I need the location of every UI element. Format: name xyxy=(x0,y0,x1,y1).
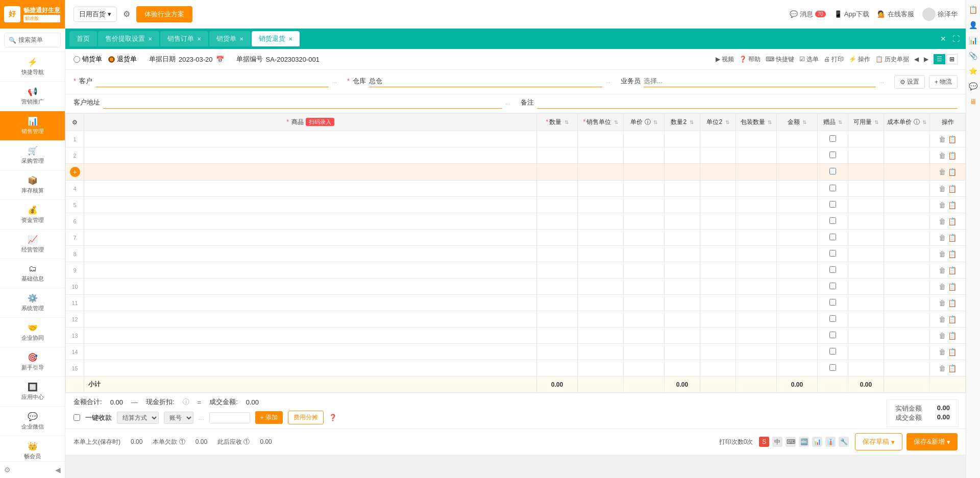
radio-return-input[interactable] xyxy=(108,56,115,63)
help-btn[interactable]: ❓ 帮助 xyxy=(739,55,761,64)
sidebar-item-marketing[interactable]: 📢 营销推广 xyxy=(0,82,65,111)
tab-sales-order[interactable]: 销售订单 ✕ xyxy=(160,31,208,46)
sidebar-item-member[interactable]: 👑 畅会员 xyxy=(0,436,65,461)
gift-cell[interactable] xyxy=(818,328,848,344)
gift-checkbox[interactable] xyxy=(829,217,836,224)
gift-checkbox[interactable] xyxy=(829,332,836,338)
gift-cell[interactable] xyxy=(818,344,848,360)
delete-row-btn[interactable]: 🗑 xyxy=(939,283,946,291)
s-icon-1[interactable]: S xyxy=(759,437,769,447)
s-icon-2[interactable]: 中 xyxy=(772,437,782,447)
sidebar-item-quick-nav[interactable]: ⚡ 快捷导航 xyxy=(0,52,65,82)
delete-row-btn[interactable]: 🗑 xyxy=(939,185,946,193)
qty2-sort-icon[interactable]: ⇅ xyxy=(690,119,694,125)
gift-checkbox[interactable] xyxy=(829,283,836,289)
fullscreen-icon[interactable]: ⛶ xyxy=(950,34,962,44)
right-sidebar-btn-3[interactable]: 📊 xyxy=(968,35,979,46)
product-cell[interactable] xyxy=(84,279,537,295)
gift-cell[interactable] xyxy=(818,213,848,230)
product-cell[interactable] xyxy=(84,213,537,230)
select-order-btn[interactable]: ☑ 选单 xyxy=(799,55,819,64)
gift-cell[interactable] xyxy=(818,147,848,164)
customer-address-lookup-btn[interactable]: ... xyxy=(505,99,510,106)
delete-row-btn[interactable]: 🗑 xyxy=(939,348,946,356)
product-cell[interactable] xyxy=(84,328,537,344)
gift-cell[interactable] xyxy=(818,360,848,376)
copy-row-btn[interactable]: 📋 xyxy=(948,168,957,176)
history-btn[interactable]: 📋 历史单据 xyxy=(875,55,909,64)
customer-address-input[interactable] xyxy=(103,96,502,109)
s-icon-5[interactable]: 📊 xyxy=(812,437,822,447)
sidebar-item-sales[interactable]: 📊 销售管理 xyxy=(0,111,65,141)
delete-row-btn[interactable]: 🗑 xyxy=(939,315,946,323)
product-cell[interactable] xyxy=(84,262,537,279)
print-btn[interactable]: 🖨 打印 xyxy=(824,55,844,64)
trial-button[interactable]: 体验行业方案 xyxy=(136,6,192,22)
account-select[interactable]: 账号 xyxy=(164,412,193,424)
payment-help-icon[interactable]: ❓ xyxy=(329,414,337,421)
salesperson-lookup-btn[interactable]: ... xyxy=(879,78,884,85)
product-cell[interactable] xyxy=(84,147,537,164)
sidebar-item-operations[interactable]: 📈 经营管理 xyxy=(0,230,65,259)
search-menu-button[interactable]: 🔍 搜索菜单 xyxy=(4,33,61,47)
delete-row-btn[interactable]: 🗑 xyxy=(939,168,946,176)
gift-checkbox[interactable] xyxy=(829,250,836,257)
available-sort-icon[interactable]: ⇅ xyxy=(874,119,878,125)
s-icon-4[interactable]: 🔤 xyxy=(799,437,809,447)
gift-cell[interactable] xyxy=(818,262,848,279)
gift-checkbox[interactable] xyxy=(829,266,836,273)
product-cell[interactable] xyxy=(84,344,537,360)
right-sidebar-btn-5[interactable]: ⭐ xyxy=(968,65,979,77)
sidebar-item-wechat[interactable]: 💬 企业微信 xyxy=(0,407,65,436)
video-btn[interactable]: ▶ 视频 xyxy=(716,55,734,64)
operation-btn[interactable]: ⚡ 操作 xyxy=(849,55,870,64)
delete-row-btn[interactable]: 🗑 xyxy=(939,266,946,274)
salesperson-input[interactable] xyxy=(644,75,876,87)
product-cell[interactable] xyxy=(84,131,537,147)
tab-close-sales-return[interactable]: ✕ xyxy=(288,36,292,42)
gift-checkbox[interactable] xyxy=(829,168,836,174)
tab-close-sales-order[interactable]: ✕ xyxy=(197,36,201,42)
copy-row-btn[interactable]: 📋 xyxy=(948,135,957,143)
scan-btn[interactable]: 扫码录入 xyxy=(306,118,334,126)
settings-form-btn[interactable]: ⚙ 设置 xyxy=(894,75,925,89)
next-record-btn[interactable]: ▶ xyxy=(924,56,928,63)
gift-checkbox[interactable] xyxy=(829,185,836,191)
account-dots-btn[interactable]: ... xyxy=(199,414,204,421)
tab-home[interactable]: 首页 xyxy=(69,31,97,46)
product-cell[interactable] xyxy=(84,164,537,181)
calc-method-select[interactable]: 结算方式 xyxy=(117,412,159,424)
discount-info-icon[interactable]: ⓘ xyxy=(183,397,189,407)
topbar-gear-icon[interactable]: ⚙ xyxy=(123,9,130,19)
grid-view-btn[interactable]: ⊞ xyxy=(946,54,958,64)
tab-close-sales-delivery[interactable]: ✕ xyxy=(239,36,243,42)
delete-row-btn[interactable]: 🗑 xyxy=(939,234,946,242)
delete-row-btn[interactable]: 🗑 xyxy=(939,152,946,160)
sidebar-item-basic[interactable]: 🗂 基础信息 xyxy=(0,259,65,288)
s-icon-7[interactable]: 🔧 xyxy=(839,437,849,447)
warehouse-input[interactable] xyxy=(369,75,602,87)
product-cell[interactable] xyxy=(84,295,537,311)
gift-cell[interactable] xyxy=(818,295,848,311)
product-cell[interactable] xyxy=(84,360,537,376)
calendar-icon[interactable]: 📅 xyxy=(216,56,224,63)
price-sort-icon[interactable]: ⇅ xyxy=(653,119,657,125)
pack-sort-icon[interactable]: ⇅ xyxy=(768,119,772,125)
sidebar-item-enterprise[interactable]: 🤝 企业协同 xyxy=(0,318,65,347)
col-settings-header[interactable]: ⚙ xyxy=(66,114,84,131)
app-download-btn[interactable]: 📱 App下载 xyxy=(834,10,869,19)
gift-checkbox[interactable] xyxy=(829,315,836,322)
table-settings-icon[interactable]: ⚙ xyxy=(72,119,78,126)
delete-row-btn[interactable]: 🗑 xyxy=(939,364,946,372)
delete-row-btn[interactable]: 🗑 xyxy=(939,250,946,258)
warehouse-lookup-btn[interactable]: ... xyxy=(605,78,610,85)
amount-input[interactable] xyxy=(209,412,250,423)
cost-sort-icon[interactable]: ⇅ xyxy=(922,119,926,125)
remarks-input[interactable] xyxy=(537,96,958,109)
copy-row-btn[interactable]: 📋 xyxy=(948,266,957,274)
radio-delivery-input[interactable] xyxy=(74,56,80,63)
delete-row-btn[interactable]: 🗑 xyxy=(939,217,946,225)
radio-delivery[interactable]: 销货单 xyxy=(74,55,102,64)
product-cell[interactable] xyxy=(84,246,537,262)
product-cell[interactable] xyxy=(84,181,537,197)
